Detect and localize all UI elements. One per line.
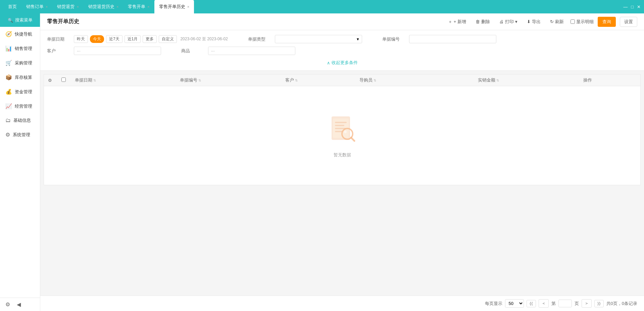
maximize-btn[interactable]: □ — [631, 4, 634, 9]
close-icon[interactable]: × — [46, 5, 48, 9]
sort-customer[interactable]: 客户 ⇅ — [285, 77, 298, 83]
query-button[interactable]: 查询 — [598, 17, 616, 27]
refresh-button[interactable]: ↻ 刷新 — [547, 17, 566, 26]
sort-date[interactable]: 单据日期 ⇅ — [75, 77, 96, 83]
delete-button[interactable]: 🗑 删除 — [473, 17, 493, 26]
page-title: 零售开单历史 — [47, 18, 79, 25]
sidebar-item-finance[interactable]: 💰 资金管理 — [0, 85, 40, 99]
add-button[interactable]: ＋ + 新增 — [445, 17, 469, 26]
show-detail-input[interactable] — [571, 19, 575, 24]
th-number: 单据编号 ⇅ — [176, 74, 281, 86]
tab-retail-open[interactable]: 零售开单 × — [123, 0, 154, 13]
date-more[interactable]: 更多 — [143, 35, 157, 43]
th-customer: 客户 ⇅ — [281, 74, 355, 86]
close-icon[interactable]: × — [147, 5, 149, 9]
svg-point-8 — [344, 131, 347, 133]
empty-icon — [326, 113, 359, 147]
chevron-up-icon: ∧ — [327, 60, 330, 65]
svg-rect-3 — [335, 125, 344, 126]
sidebar-item-nav[interactable]: 🧭 快捷导航 — [0, 27, 40, 41]
total-info: 共0页，0条记录 — [606, 301, 637, 307]
th-date: 单据日期 ⇅ — [71, 74, 176, 86]
sidebar-item-purchase[interactable]: 🛒 采购管理 — [0, 56, 40, 70]
sidebar-item-system[interactable]: ⚙ 系统管理 — [0, 127, 40, 142]
tab-sales-order[interactable]: 销售订单 × — [21, 0, 52, 13]
sort-icon: ⇅ — [198, 79, 201, 82]
table-header-row: ⚙ 单据日期 ⇅ 单据编号 — [44, 74, 641, 86]
number-label: 单据编号 — [382, 36, 402, 42]
top-bar: 首页 销售订单 × 销货退货 × 销货退货历史 × 零售开单 × 零售开单历史 … — [0, 0, 644, 13]
filter-row-2: 客户 ··· 商品 ··· — [47, 47, 637, 55]
sidebar-item-operation[interactable]: 📈 经营管理 — [0, 99, 40, 113]
content-header: 零售开单历史 ＋ + 新增 🗑 删除 🖨 打印 ▾ ⬇ 导出 — [40, 13, 644, 30]
settings-button[interactable]: 设置 — [620, 17, 637, 27]
customer-select[interactable]: ··· — [74, 47, 161, 55]
export-button[interactable]: ⬇ 导出 — [524, 17, 543, 26]
settings-icon[interactable]: ⚙ — [5, 301, 10, 308]
table-container: ⚙ 单据日期 ⇅ 单据编号 — [40, 71, 644, 296]
page-suffix-label: 页 — [575, 301, 579, 307]
date-yesterday[interactable]: 昨天 — [74, 35, 88, 43]
sort-icon: ⇅ — [295, 79, 298, 82]
add-icon: ＋ — [448, 19, 452, 25]
type-select[interactable]: ▾ — [275, 35, 362, 43]
date-buttons: 昨天 今天 近7天 近1月 更多 自定义 2023-06-02 至 2023-0… — [74, 35, 228, 43]
empty-text: 暂无数据 — [334, 152, 351, 158]
page-number-input[interactable]: 1 — [558, 300, 572, 307]
sidebar-bottom: ⚙ ◀ — [0, 298, 40, 311]
prev-page-btn[interactable]: ＜ — [539, 299, 549, 308]
collapse-sidebar-icon[interactable]: ◀ — [17, 301, 21, 308]
operation-icon: 📈 — [5, 103, 12, 109]
date-7days[interactable]: 近7天 — [106, 35, 122, 43]
sort-icon: ⇅ — [93, 79, 96, 82]
system-icon: ⚙ — [5, 132, 10, 138]
collapse-button[interactable]: ∧ 收起更多条件 — [47, 58, 637, 67]
basic-info-icon: 🗂 — [5, 117, 11, 123]
next-page-btn[interactable]: ＞ — [582, 299, 592, 308]
sidebar-item-basic-info[interactable]: 🗂 基础信息 — [0, 113, 40, 127]
date-custom[interactable]: 自定义 — [159, 35, 177, 43]
search-menu-btn[interactable]: 🔍 搜索菜单 — [0, 13, 40, 27]
sort-salesperson[interactable]: 导购员 ⇅ — [359, 77, 376, 83]
date-1month[interactable]: 近1月 — [125, 35, 141, 43]
close-icon[interactable]: × — [116, 5, 118, 9]
empty-row: 暂无数据 — [44, 86, 641, 185]
close-icon[interactable]: × — [77, 5, 79, 9]
sidebar-item-inventory[interactable]: 📦 库存核算 — [0, 70, 40, 85]
date-today[interactable]: 今天 — [90, 35, 104, 43]
close-window-btn[interactable]: ✕ — [637, 4, 641, 9]
tab-home[interactable]: 首页 — [3, 0, 21, 13]
minimize-btn[interactable]: — — [623, 4, 628, 9]
th-salesperson: 导购员 ⇅ — [355, 74, 445, 86]
number-input[interactable] — [409, 35, 496, 43]
delete-icon: 🗑 — [476, 19, 480, 24]
main-layout: 🔍 搜索菜单 🧭 快捷导航 📊 销售管理 🛒 采购管理 📦 库存核算 💰 资金管… — [0, 13, 644, 311]
tab-sales-return[interactable]: 销货退货 × — [52, 0, 83, 13]
sidebar: 🔍 搜索菜单 🧭 快捷导航 📊 销售管理 🛒 采购管理 📦 库存核算 💰 资金管… — [0, 13, 40, 311]
per-page-label: 每页显示 — [485, 301, 502, 307]
goods-select[interactable]: ··· — [208, 47, 295, 55]
tab-sales-return-history[interactable]: 销货退货历史 × — [84, 0, 123, 13]
th-extra — [445, 74, 474, 86]
last-page-btn[interactable]: ⟩⟩ — [594, 300, 604, 307]
content-area: 零售开单历史 ＋ + 新增 🗑 删除 🖨 打印 ▾ ⬇ 导出 — [40, 13, 644, 311]
sort-amount[interactable]: 实销金额 ⇅ — [478, 77, 499, 83]
print-icon: 🖨 — [499, 19, 504, 24]
sort-icon: ⇅ — [374, 79, 376, 82]
window-actions: — □ ✕ — [623, 4, 641, 9]
sort-number[interactable]: 单据编号 ⇅ — [180, 77, 201, 83]
sidebar-item-sales[interactable]: 📊 销售管理 — [0, 41, 40, 56]
close-icon[interactable]: × — [187, 5, 189, 9]
table-settings-icon[interactable]: ⚙ — [48, 78, 52, 83]
tab-retail-open-history[interactable]: 零售开单历史 × — [154, 0, 194, 13]
select-all-checkbox[interactable] — [61, 77, 66, 82]
th-actions: 操作 — [579, 74, 640, 86]
date-range-display: 2023-06-02 至 2023-06-02 — [180, 36, 228, 42]
print-button[interactable]: 🖨 打印 ▾ — [497, 17, 520, 26]
show-detail-checkbox[interactable]: 显示明细 — [571, 19, 594, 25]
refresh-icon: ↻ — [550, 19, 554, 24]
per-page-select[interactable]: 20 50 100 — [505, 299, 524, 308]
filter-row-1: 单据日期 昨天 今天 近7天 近1月 更多 自定义 2023-06-02 至 2… — [47, 35, 637, 43]
first-page-btn[interactable]: ⟨⟨ — [527, 300, 536, 307]
table-body: 暂无数据 — [44, 86, 641, 185]
